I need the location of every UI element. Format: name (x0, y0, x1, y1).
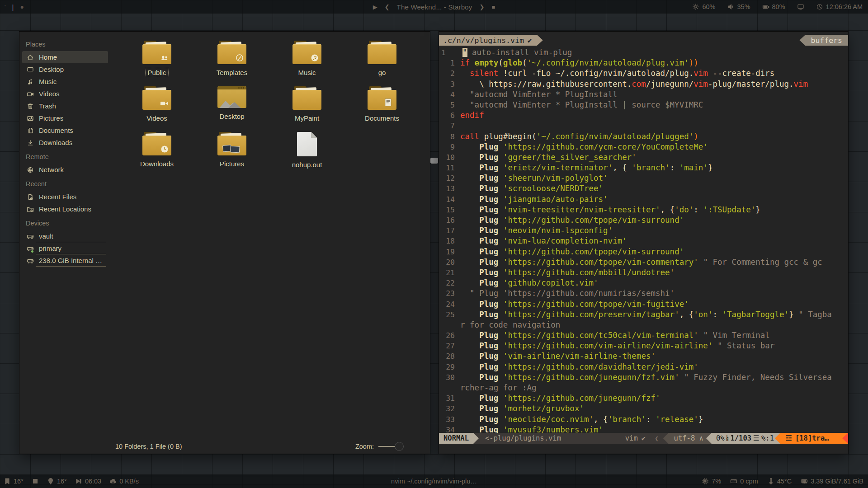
line-number: 22 (439, 278, 455, 288)
line-code: Plug 'neovim/nvim-lspconfig' (455, 225, 613, 236)
file-label: Downloads (138, 160, 176, 168)
workspace-indicators[interactable]: ' | ● (0, 3, 104, 11)
filetype-label: vim (625, 434, 638, 442)
sidebar-item-recent-files[interactable]: Recent Files (22, 191, 108, 203)
ln-bot: N (726, 438, 729, 441)
clock-value: 12:06:26 AM (826, 3, 863, 10)
line-number: 26 (439, 330, 455, 341)
network-down-module: 0 KB/s (109, 478, 139, 485)
drive-icon (27, 257, 34, 264)
cpu-icon (702, 478, 709, 485)
bottom-bar-left-modules: 16°16°06:030 KB/s (0, 478, 139, 485)
battery-module: 80% (762, 3, 785, 10)
brightness-value: 60% (702, 3, 715, 10)
recent-locations-icon (27, 206, 34, 213)
zoom-slider-knob[interactable] (395, 442, 404, 451)
text-cursor: " (462, 48, 467, 57)
file-go[interactable]: go (346, 41, 418, 86)
editor-line: 30 Plug 'https://github.com/junegunn/fzf… (439, 372, 848, 383)
whitespace-warning: ☲ [18]tra… (775, 433, 848, 444)
sidebar-item-music[interactable]: Music (22, 75, 108, 88)
sidebar-item-trash[interactable]: Trash (22, 100, 108, 112)
monitor-icon (797, 3, 804, 10)
line-code: Plug 'jiangmiao/auto-pairs' (455, 194, 608, 205)
line-code: Plug 'https://github.com/tpope/vim-comme… (455, 257, 822, 267)
sidebar-item-home[interactable]: Home (22, 51, 108, 63)
line-code: Plug 'https://github.com/ycm-core/YouCom… (455, 142, 708, 152)
line-code: rcher-ag for :Ag (455, 383, 537, 393)
file-templates[interactable]: Templates (196, 41, 268, 86)
tab-filename: .c/n/v/plugins.vim (443, 36, 524, 45)
brightness-module: 60% (692, 3, 715, 10)
workspace-tick: ' (5, 4, 5, 10)
network-down-value: 0 KB/s (119, 478, 139, 485)
previous-track-icon[interactable]: ❮ (385, 4, 390, 10)
file-nohup-out[interactable]: nohup.out (271, 132, 343, 178)
line-number: 20 (439, 257, 455, 267)
editor-buffer[interactable]: 1" auto-install vim-plug1if empty(glob('… (439, 46, 848, 433)
window-resize-handle[interactable] (430, 158, 438, 164)
workspace-active-indicator: | (12, 3, 14, 11)
file-mypaint[interactable]: MyPaint (271, 86, 343, 132)
scroll-percent: 0% (716, 434, 725, 442)
photos-emblem-icon (222, 144, 241, 155)
cpu-module: 7% (702, 478, 721, 485)
zoom-slider-track[interactable] (378, 446, 395, 447)
sidebar-item-label: 238.0 GiB Internal Dr… (39, 257, 107, 264)
sidebar-item-documents[interactable]: Documents (22, 124, 108, 136)
line-number: 8 (439, 131, 455, 142)
modified-flag-icon: ✔ (528, 36, 532, 45)
tab-plugins-vim[interactable]: .c/n/v/plugins.vim ✔ (439, 35, 543, 46)
fm-file-grid[interactable]: PublicTemplatesMusicgoVideosDesktopMyPai… (111, 32, 430, 439)
sidebar-item-desktop[interactable]: Desktop (22, 63, 108, 75)
editor-line: 2 silent !curl -fLo ~/.config/nvim/autol… (439, 68, 848, 79)
sidebar-item-videos[interactable]: Videos (22, 88, 108, 100)
line-code (455, 121, 460, 131)
clock-icon (816, 3, 823, 10)
line-code: Plug 'vim-airline/vim-airline-themes' (455, 351, 656, 361)
folder-icon (217, 41, 246, 64)
file-desktop[interactable]: Desktop (196, 86, 268, 132)
file-downloads[interactable]: Downloads (121, 132, 193, 178)
display-module (797, 3, 804, 10)
sidebar-item-recent-locations[interactable]: Recent Locations (22, 203, 108, 215)
line-code: call plug#begin('~/.config/nvim/autoload… (455, 131, 698, 142)
editor-line: 12 Plug 'sheerun/vim-polyglot' (439, 173, 848, 183)
file-label: Videos (144, 114, 170, 122)
line-number: 1 (439, 58, 455, 68)
sidebar-item-primary[interactable]: primary (22, 242, 108, 254)
line-number: 9 (439, 142, 455, 152)
file-public[interactable]: Public (121, 41, 193, 86)
editor-line: 10 Plug 'ggreer/the_silver_searcher' (439, 152, 848, 163)
line-number: 29 (439, 362, 455, 372)
line-code: Plug 'https://github.com/mbbill/undotree… (455, 267, 675, 278)
sidebar-item-pictures[interactable]: Pictures (22, 112, 108, 124)
line-number: 19 (439, 247, 455, 257)
stop-icon[interactable]: ■ (491, 4, 495, 10)
downloads-icon (27, 139, 34, 146)
sidebar-item-network[interactable]: Network (22, 164, 108, 176)
docs-emblem-icon (383, 97, 393, 108)
sidebar-item-downloads[interactable]: Downloads (22, 136, 108, 149)
volume-module: 35% (727, 3, 750, 10)
line-code: Plug 'sheerun/vim-polyglot' (455, 173, 608, 183)
maxline-icon: LN (726, 435, 729, 441)
clock-emblem-icon (160, 145, 169, 154)
sidebar-item-vault[interactable]: vault (22, 230, 108, 242)
file-pictures[interactable]: Pictures (196, 132, 268, 178)
line-number: 6 (439, 110, 455, 121)
file-videos[interactable]: Videos (121, 86, 193, 132)
next-track-icon[interactable]: ❯ (480, 4, 485, 10)
editor-line: 11 Plug 'erietz/vim-terminator', { 'bran… (439, 163, 848, 173)
file-documents[interactable]: Documents (346, 86, 418, 132)
sidebar-item-label: primary (39, 244, 61, 252)
sidebar-item-238-0-gib-internal-dr[interactable]: 238.0 GiB Internal Dr… (22, 254, 108, 267)
weather-module: 16° (4, 478, 24, 485)
statusline-file-section: <-plug/plugins.vim vim ✔ (479, 433, 655, 444)
editor-line: 29 Plug 'https://github.com/davidhalter/… (439, 362, 848, 372)
line-number: 28 (439, 351, 455, 361)
buffers-tab[interactable]: buffers (799, 35, 848, 46)
file-music[interactable]: Music (271, 41, 343, 86)
pin-icon (47, 478, 54, 485)
play-icon[interactable]: ▶ (373, 4, 377, 10)
